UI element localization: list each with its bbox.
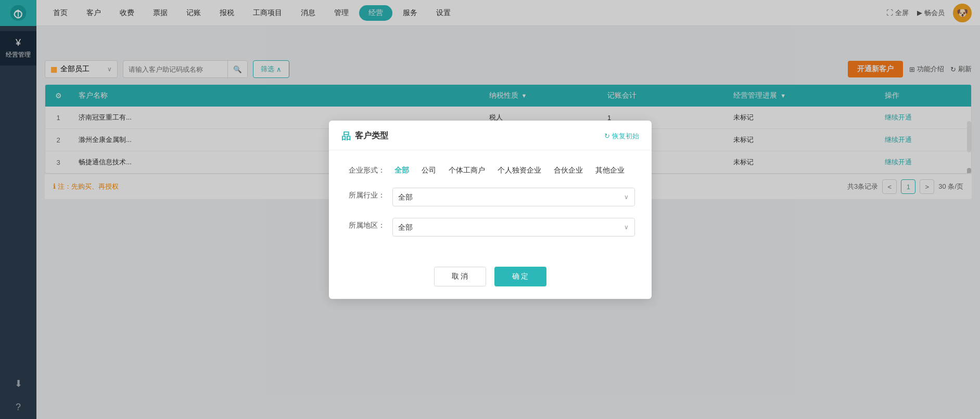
industry-label: 所属行业： bbox=[346, 188, 392, 200]
reset-label: 恢复初始 bbox=[612, 132, 639, 141]
modal-title-icon: 品 bbox=[341, 130, 351, 142]
modal-title-text: 客户类型 bbox=[355, 130, 388, 141]
enterprise-form-row: 企业形式： 全部 公司 个体工商户 个人独资企业 合伙企业 其他企业 bbox=[346, 163, 635, 176]
modal-footer: 取 消 确 定 bbox=[329, 258, 652, 299]
type-option-partnership[interactable]: 合伙企业 bbox=[552, 165, 585, 176]
modal-body: 企业形式： 全部 公司 个体工商户 个人独资企业 合伙企业 其他企业 所属行业： bbox=[329, 150, 652, 258]
modal-header: 品 客户类型 ↻ 恢复初始 bbox=[329, 121, 652, 150]
industry-select[interactable]: 全部 bbox=[392, 188, 635, 206]
industry-select-wrap: 全部 bbox=[392, 188, 635, 206]
type-option-sole[interactable]: 个人独资企业 bbox=[495, 165, 543, 176]
type-option-individual[interactable]: 个体工商户 bbox=[447, 165, 487, 176]
cancel-button[interactable]: 取 消 bbox=[434, 267, 486, 286]
type-option-all[interactable]: 全部 bbox=[392, 165, 411, 176]
modal-overlay: 品 客户类型 ↻ 恢复初始 企业形式： 全部 公司 个体工商户 个人独资企业 合… bbox=[0, 0, 980, 419]
modal-reset-btn[interactable]: ↻ 恢复初始 bbox=[604, 132, 639, 141]
type-option-other[interactable]: 其他企业 bbox=[593, 165, 627, 176]
industry-row: 所属行业： 全部 bbox=[346, 188, 635, 206]
modal-title: 品 客户类型 bbox=[341, 130, 388, 142]
confirm-button[interactable]: 确 定 bbox=[494, 267, 546, 286]
region-label: 所属地区： bbox=[346, 218, 392, 230]
enterprise-form-value: 全部 公司 个体工商户 个人独资企业 合伙企业 其他企业 bbox=[392, 163, 635, 176]
enterprise-form-label: 企业形式： bbox=[346, 163, 392, 175]
type-option-company[interactable]: 公司 bbox=[419, 165, 438, 176]
region-select[interactable]: 全部 bbox=[392, 218, 635, 237]
reset-icon: ↻ bbox=[604, 132, 610, 140]
region-select-wrap: 全部 bbox=[392, 218, 635, 237]
filter-modal: 品 客户类型 ↻ 恢复初始 企业形式： 全部 公司 个体工商户 个人独资企业 合… bbox=[329, 121, 652, 299]
region-row: 所属地区： 全部 bbox=[346, 218, 635, 237]
type-options: 全部 公司 个体工商户 个人独资企业 合伙企业 其他企业 bbox=[392, 163, 635, 176]
